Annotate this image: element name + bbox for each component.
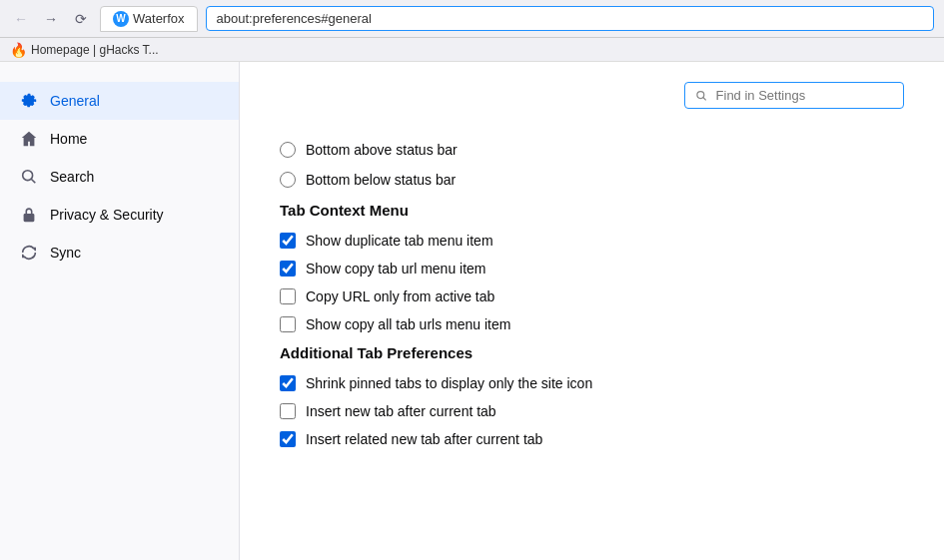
tab-label[interactable]: W Waterfox <box>100 6 198 32</box>
tab-title: Waterfox <box>133 11 185 26</box>
radio-bottom-below-input[interactable] <box>280 172 296 188</box>
checkbox-insert-new: Insert new tab after current tab <box>280 403 904 419</box>
main-layout: General Home Search <box>0 62 944 560</box>
checkbox-copy-url-active-input[interactable] <box>280 288 296 304</box>
sidebar-privacy-label: Privacy & Security <box>50 207 164 223</box>
tab-context-menu-heading: Tab Context Menu <box>280 202 904 219</box>
checkbox-show-copy-all-label[interactable]: Show copy all tab urls menu item <box>306 316 510 332</box>
checkbox-shrink-pinned-label[interactable]: Shrink pinned tabs to display only the s… <box>306 375 592 391</box>
svg-point-0 <box>23 171 33 181</box>
radio-bottom-above-input[interactable] <box>280 142 296 158</box>
radio-bottom-above-label[interactable]: Bottom above status bar <box>306 142 458 158</box>
find-in-settings-box <box>684 82 904 109</box>
gear-icon <box>20 92 38 110</box>
checkbox-show-duplicate: Show duplicate tab menu item <box>280 233 904 249</box>
forward-button[interactable]: → <box>40 8 62 30</box>
radio-bottom-below: Bottom below status bar <box>280 172 904 188</box>
svg-line-1 <box>31 179 35 183</box>
sidebar-item-home[interactable]: Home <box>0 120 239 158</box>
bookmark-favicon: 🔥 <box>10 42 27 58</box>
sidebar-home-label: Home <box>50 131 87 147</box>
sidebar-search-label: Search <box>50 169 94 185</box>
checkbox-show-copy-all-input[interactable] <box>280 316 296 332</box>
checkbox-copy-url-active: Copy URL only from active tab <box>280 288 904 304</box>
waterfox-icon: W <box>113 11 129 27</box>
sidebar: General Home Search <box>0 62 240 560</box>
sidebar-sync-label: Sync <box>50 245 81 261</box>
radio-bottom-above: Bottom above status bar <box>280 142 904 158</box>
sidebar-item-sync[interactable]: Sync <box>0 234 239 272</box>
checkbox-insert-related-input[interactable] <box>280 431 296 447</box>
home-icon <box>20 130 38 148</box>
lock-icon <box>20 206 38 224</box>
find-search-icon <box>695 89 708 103</box>
checkbox-insert-related: Insert related new tab after current tab <box>280 431 904 447</box>
browser-chrome: ← → ⟳ W Waterfox <box>0 0 944 38</box>
svg-line-4 <box>703 97 706 100</box>
checkbox-show-duplicate-input[interactable] <box>280 233 296 249</box>
find-input[interactable] <box>716 88 893 103</box>
bookmarks-bar: 🔥 Homepage | gHacks T... <box>0 38 944 62</box>
address-bar[interactable] <box>206 6 934 31</box>
checkbox-show-copy-url-input[interactable] <box>280 261 296 277</box>
checkbox-show-copy-url-label[interactable]: Show copy tab url menu item <box>306 261 486 277</box>
sidebar-item-general[interactable]: General <box>0 82 239 120</box>
checkbox-shrink-pinned: Shrink pinned tabs to display only the s… <box>280 375 904 391</box>
back-button[interactable]: ← <box>10 8 32 30</box>
checkbox-copy-url-active-label[interactable]: Copy URL only from active tab <box>306 288 494 304</box>
bookmark-label[interactable]: Homepage | gHacks T... <box>31 43 159 57</box>
checkbox-shrink-pinned-input[interactable] <box>280 375 296 391</box>
sidebar-general-label: General <box>50 93 100 109</box>
checkbox-insert-new-label[interactable]: Insert new tab after current tab <box>306 403 496 419</box>
svg-point-3 <box>697 91 704 98</box>
additional-tab-prefs-heading: Additional Tab Preferences <box>280 344 904 361</box>
checkbox-insert-related-label[interactable]: Insert related new tab after current tab <box>306 431 542 447</box>
search-icon <box>20 168 38 186</box>
settings-content: Bottom above status bar Bottom below sta… <box>280 82 904 447</box>
checkbox-show-copy-all: Show copy all tab urls menu item <box>280 316 904 332</box>
radio-bottom-below-label[interactable]: Bottom below status bar <box>306 172 456 188</box>
svg-rect-2 <box>24 214 35 222</box>
checkbox-insert-new-input[interactable] <box>280 403 296 419</box>
sync-icon <box>20 244 38 262</box>
sidebar-item-search[interactable]: Search <box>0 158 239 196</box>
content-area: Bottom above status bar Bottom below sta… <box>240 62 944 560</box>
checkbox-show-duplicate-label[interactable]: Show duplicate tab menu item <box>306 233 493 249</box>
checkbox-show-copy-url: Show copy tab url menu item <box>280 261 904 277</box>
sidebar-item-privacy[interactable]: Privacy & Security <box>0 196 239 234</box>
reload-button[interactable]: ⟳ <box>70 8 92 30</box>
